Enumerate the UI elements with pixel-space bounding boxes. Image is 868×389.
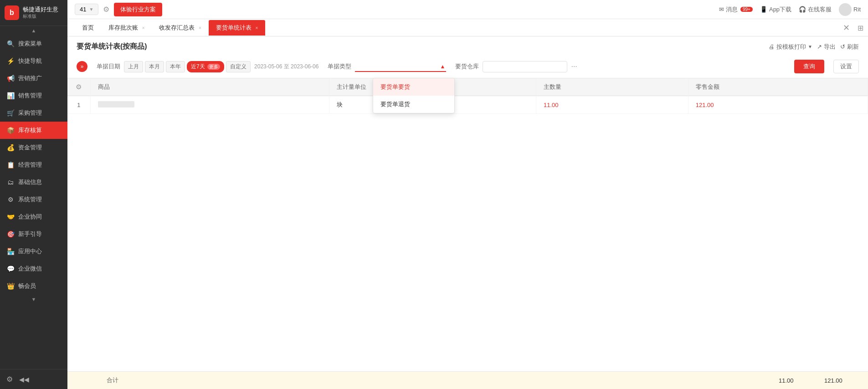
quicknav-icon: ⚡ xyxy=(6,57,15,65)
warehouse-input[interactable] xyxy=(483,61,567,72)
sidebar: b 畅捷通好生意 标准版 ▲ 🔍 搜索菜单 ⚡ 快捷导航 📢 营销推广 📊 销售… xyxy=(0,0,67,389)
tab-receive-summary[interactable]: 收发存汇总表 × xyxy=(152,20,208,36)
footer-settings-icon[interactable]: ⚙ xyxy=(6,375,13,384)
warehouse-filter-group: 要货仓库 ··· xyxy=(455,61,577,72)
avatar xyxy=(839,3,852,16)
sidebar-item-marketing[interactable]: 📢 营销推广 xyxy=(0,70,67,87)
filter-expand-button[interactable]: » xyxy=(77,61,87,72)
sidebar-item-purchase[interactable]: 🛒 采购管理 xyxy=(0,104,67,122)
sidebar-menu: ▲ 🔍 搜索菜单 ⚡ 快捷导航 📢 营销推广 📊 销售管理 🛒 采购管理 📦 库… xyxy=(0,26,67,369)
trial-button[interactable]: 体验行业方案 xyxy=(114,3,162,16)
export-button[interactable]: ↗ 导出 xyxy=(817,43,836,51)
type-select-arrow-icon[interactable]: ▲ xyxy=(440,63,446,70)
scroll-down[interactable]: ▼ xyxy=(0,295,67,304)
close-all-tabs-icon[interactable]: ✕ xyxy=(843,23,850,33)
sidebar-item-quicknav[interactable]: ⚡ 快捷导航 xyxy=(0,52,67,70)
refresh-button[interactable]: ↺ 刷新 xyxy=(840,43,859,51)
warehouse-label: 要货仓库 xyxy=(455,62,479,71)
this-year-button[interactable]: 本年 xyxy=(166,61,185,72)
type-label: 单据类型 xyxy=(328,62,351,71)
printer-icon: 🖨 xyxy=(769,43,775,50)
settings-button[interactable]: 设置 xyxy=(833,60,859,73)
chevron-down-icon: ▼ xyxy=(89,7,93,12)
tab-order-stats[interactable]: 要货单统计表 × xyxy=(209,20,265,36)
headset-icon: 🎧 xyxy=(799,6,806,13)
app-logo: b 畅捷通好生意 标准版 xyxy=(0,0,67,26)
top-header: 41 ▼ ⚙ 体验行业方案 ✉ 消息 99+ 📱 App下载 🎧 在线客服 R xyxy=(67,0,868,19)
this-month-button[interactable]: 本月 xyxy=(145,61,164,72)
prev-month-button[interactable]: 上月 xyxy=(124,61,143,72)
main-content: 41 ▼ ⚙ 体验行业方案 ✉ 消息 99+ 📱 App下载 🎧 在线客服 R xyxy=(67,0,868,389)
expand-tabs-icon[interactable]: ⊞ xyxy=(858,23,863,32)
finance-icon: 💰 xyxy=(6,143,15,152)
inventory-icon: 📦 xyxy=(6,126,15,134)
sidebar-item-member[interactable]: 👑 畅会员 xyxy=(0,277,67,295)
footer-qty: 11.00 xyxy=(779,377,815,384)
mobile-icon: 📱 xyxy=(760,6,767,13)
sidebar-item-basic[interactable]: 🗂 基础信息 xyxy=(0,174,67,191)
page-content: 要货单统计表(按商品) 🖨 按模板打印 ▼ ↗ 导出 ↺ 刷新 xyxy=(67,36,868,389)
more-badge: 更多 xyxy=(207,64,220,70)
guide-icon: 🎯 xyxy=(6,230,15,238)
wechat-icon: 💬 xyxy=(6,265,15,273)
appstore-icon: 🏪 xyxy=(6,247,15,256)
type-dropdown: 要货单要货 要货单退货 xyxy=(373,78,455,113)
sidebar-item-appstore[interactable]: 🏪 应用中心 xyxy=(0,243,67,260)
sales-icon: 📊 xyxy=(6,92,15,100)
header-settings-icon[interactable]: ⚙ xyxy=(103,5,109,14)
workspace-selector[interactable]: 41 ▼ xyxy=(75,4,98,15)
sidebar-item-search[interactable]: 🔍 搜索菜单 xyxy=(0,35,67,52)
data-table: ⚙ 商品 主计量单位 主数量 零售金额 1 块 xyxy=(67,78,868,114)
dropdown-item-order-return[interactable]: 要货单退货 xyxy=(373,96,454,113)
table-col-qty: 主数量 xyxy=(536,78,688,96)
tab-receive-summary-close[interactable]: × xyxy=(199,26,201,31)
table-row: 1 块 11.00 121.00 xyxy=(67,96,868,114)
app-download-button[interactable]: 📱 App下载 xyxy=(760,5,791,14)
sidebar-item-system[interactable]: ⚙ 系统管理 xyxy=(0,191,67,208)
dropdown-item-order-request[interactable]: 要货单要货 xyxy=(373,78,454,96)
table-col-amount: 零售金额 xyxy=(688,78,868,96)
user-profile[interactable]: Rit xyxy=(839,3,861,16)
page-title: 要货单统计表(按商品) xyxy=(77,42,147,51)
app-version: 标准版 xyxy=(23,13,58,20)
app-name: 畅捷通好生意 xyxy=(23,6,58,14)
sidebar-item-finance[interactable]: 💰 资金管理 xyxy=(0,139,67,156)
tab-inventory-batch-close[interactable]: × xyxy=(142,26,145,31)
tab-inventory-batch[interactable]: 库存批次账 × xyxy=(101,20,152,36)
footer-total-label: 合计 xyxy=(107,376,118,384)
print-template-button[interactable]: 🖨 按模板打印 ▼ xyxy=(769,43,812,51)
tab-order-stats-close[interactable]: × xyxy=(256,26,258,31)
sidebar-item-wechat[interactable]: 💬 企业微信 xyxy=(0,260,67,277)
sidebar-item-operations[interactable]: 📋 经营管理 xyxy=(0,156,67,174)
system-icon: ⚙ xyxy=(6,195,15,204)
more-options-icon[interactable]: ··· xyxy=(571,62,577,71)
sidebar-item-inventory[interactable]: 📦 库存核算 xyxy=(0,122,67,139)
tab-navigation: 首页 库存批次账 × 收发存汇总表 × 要货单统计表 × ✕ ⊞ xyxy=(67,19,868,36)
table-settings-gear-icon[interactable]: ⚙ xyxy=(76,83,82,91)
sidebar-item-enterprise[interactable]: 🤝 企业协同 xyxy=(0,208,67,225)
table-col-settings[interactable]: ⚙ xyxy=(67,78,90,96)
tab-home[interactable]: 首页 xyxy=(75,20,101,36)
sidebar-item-guide[interactable]: 🎯 新手引导 xyxy=(0,225,67,243)
logo-icon: b xyxy=(5,5,19,20)
search-icon: 🔍 xyxy=(6,40,15,48)
query-button[interactable]: 查询 xyxy=(794,60,824,73)
sidebar-item-sales[interactable]: 📊 销售管理 xyxy=(0,87,67,104)
table-footer: 合计 11.00 121.00 xyxy=(67,371,868,389)
date-filter-group: 单据日期 上月 本月 本年 近7天 更多 自定义 2023-05-06 至 20… xyxy=(97,61,318,72)
footer-collapse-icon[interactable]: ◀◀ xyxy=(19,376,29,383)
online-service-button[interactable]: 🎧 在线客服 xyxy=(799,5,832,14)
custom-date-button[interactable]: 自定义 xyxy=(226,61,251,72)
type-select-input[interactable] xyxy=(355,61,446,72)
row-goods xyxy=(90,96,329,114)
messages-button[interactable]: ✉ 消息 99+ xyxy=(719,5,753,14)
recent7-button[interactable]: 近7天 更多 xyxy=(187,61,224,72)
refresh-icon: ↺ xyxy=(840,43,845,50)
scroll-up[interactable]: ▲ xyxy=(0,26,67,35)
marketing-icon: 📢 xyxy=(6,74,15,82)
print-chevron-icon: ▼ xyxy=(808,44,812,49)
type-filter-group: 单据类型 ▲ xyxy=(328,61,446,72)
row-qty: 11.00 xyxy=(536,96,688,114)
message-badge: 99+ xyxy=(740,7,753,12)
table-col-goods: 商品 xyxy=(90,78,329,96)
